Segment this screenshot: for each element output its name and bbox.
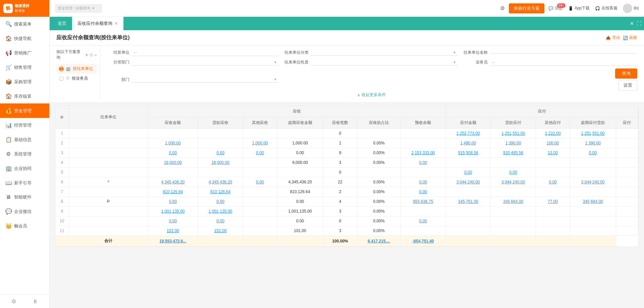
cell-ar-amount[interactable]: 1,000.00 <box>148 138 198 148</box>
filter-by-partner[interactable]: 🏢 按往来单位 <box>56 64 97 74</box>
sidebar-item-inventory[interactable]: 🏠 库存核算 <box>0 89 49 103</box>
tab-balance-query[interactable]: 应收应付余额查询 ✕ <box>72 17 123 30</box>
cell-ap-amount[interactable]: 915,508.56 <box>446 148 491 158</box>
sidebar-item-enterprise[interactable]: 🏢 企业协同 <box>0 161 49 176</box>
cell-ar-other[interactable]: 1,000.00 <box>243 138 277 148</box>
cell-ar-amount[interactable]: 4,345,436.20 <box>148 177 198 187</box>
cell-ar-amount[interactable]: 152.00 <box>148 226 198 236</box>
sidebar-collapse-btn[interactable]: ⏸ <box>33 299 38 305</box>
partner-nature-input[interactable]: ▼ <box>311 59 458 65</box>
cell-ap-overdue[interactable]: 1,390.00 <box>570 138 616 148</box>
cell-ar-loan[interactable]: 0.00 <box>198 197 243 207</box>
sidebar-item-sales[interactable]: 🛒 销售管理 <box>0 60 49 75</box>
footer-ar-total[interactable]: 19,553,472,6... <box>148 236 198 247</box>
cell-prepay[interactable]: 0.00 <box>400 158 445 168</box>
sidebar-settings-btn[interactable]: ⚙ <box>11 298 16 305</box>
cta-button[interactable]: 体验行业方案 <box>509 3 544 13</box>
cell-ar-loan[interactable]: 18,000.00 <box>198 158 243 168</box>
cell-ap-amount[interactable]: 345,761.00 <box>446 197 491 207</box>
cell-ap-other[interactable]: 100.00 <box>536 138 570 148</box>
settlement-unit-input[interactable]: ··· <box>131 49 279 56</box>
cell-prepay[interactable]: 2,153,333.00 <box>400 148 445 158</box>
query-button[interactable]: 查询 <box>615 69 637 79</box>
cell-ap-other[interactable]: 0.00 <box>536 177 570 187</box>
cell-ar-amount[interactable]: 0.00 <box>148 216 198 226</box>
sidebar-item-quick[interactable]: 🏠 快捷导航 <box>0 31 49 46</box>
cell-ap-other[interactable]: 77.00 <box>536 197 570 207</box>
service-action[interactable]: 🎧 在线客服 <box>595 5 618 11</box>
cell-prepay[interactable]: 655,636.75 <box>400 197 445 207</box>
cell-ap-amount[interactable]: 1,252,773.00 <box>446 129 491 138</box>
cell-ap-overdue[interactable]: 1,251,551.00 <box>570 129 616 138</box>
cell-ar-amount[interactable]: 0.00 <box>148 148 198 158</box>
cell-ar-loan[interactable]: 1,001,135.00 <box>198 207 243 216</box>
cell-prepay[interactable]: 0.00 <box>400 216 445 226</box>
add-filter-icon[interactable]: + <box>86 52 88 57</box>
user-info[interactable]: Rit <box>623 4 639 13</box>
cell-prepay[interactable]: 0.00 <box>400 177 445 187</box>
cell-ar-amount[interactable]: 810,126.64 <box>148 187 198 197</box>
cell-ap-loan[interactable]: 0.00 <box>491 168 536 177</box>
refresh-button[interactable]: 🔄 刷新 <box>623 35 637 41</box>
cell-ap-amount[interactable]: 3,044,240.00 <box>446 177 491 187</box>
salesman-input[interactable]: ··· <box>490 59 637 66</box>
settings-icon[interactable]: ⚙ <box>500 5 505 11</box>
cell-ar-other[interactable]: 0.00 <box>243 148 277 158</box>
sidebar-item-guide[interactable]: 📖 新手引导 <box>0 176 49 190</box>
sidebar-item-operation[interactable]: 📊 经营管理 <box>0 118 49 132</box>
sidebar-item-capital[interactable]: 💰 资金管理 <box>0 103 49 118</box>
dept-manage-input[interactable]: ▼ <box>131 59 279 65</box>
collapse-button[interactable]: ∧ 收起更多条件 <box>357 92 386 98</box>
cell-ar-other <box>243 197 277 207</box>
cell-ar-amount[interactable]: 18,000.00 <box>148 158 198 168</box>
footer-prepay[interactable]: 6,417,215.... <box>357 236 400 247</box>
inventory-icon: 🏠 <box>5 93 11 99</box>
cell-ap-loan[interactable]: 345,684.00 <box>491 197 536 207</box>
sidebar-item-search[interactable]: 🔍 搜索菜单 <box>0 17 49 31</box>
cell-ar-loan[interactable]: 0.00 <box>198 148 243 158</box>
cell-ar-loan[interactable]: 4,345,436.20 <box>198 177 243 187</box>
sidebar-item-basic[interactable]: 📋 基础信息 <box>0 132 49 147</box>
filter-by-salesman[interactable]: ⏱ 按业务员 <box>56 74 97 83</box>
sidebar-item-hardware[interactable]: 🖥 智能硬件 <box>0 190 49 204</box>
cell-ap-loan[interactable]: 915,495.56 <box>491 148 536 158</box>
cell-ar-loan[interactable]: 810,126.64 <box>198 187 243 197</box>
cell-ap-overdue[interactable]: 3,044,240.00 <box>570 177 616 187</box>
partner-category-input[interactable]: ▼ <box>311 50 458 56</box>
cell-ar-loan[interactable]: 152.00 <box>198 226 243 236</box>
cell-ap-other[interactable]: 1,222.00 <box>536 129 570 138</box>
sidebar-item-purchase[interactable]: 📦 采购管理 <box>0 75 49 89</box>
cell-prepay[interactable]: 0.00 <box>400 187 445 197</box>
cell-ap-amount[interactable]: 1,490.00 <box>446 138 491 148</box>
tab-expand-icon[interactable]: ⛶ <box>637 21 641 26</box>
breadcrumb-input-area[interactable]: 资金管理 / 余额查询 ▼ <box>55 4 102 13</box>
sidebar-item-wechat[interactable]: 💬 企业微信 <box>0 204 49 219</box>
export-button[interactable]: 📤 导出 <box>606 35 620 41</box>
tab-close-all-icon[interactable]: ✕ <box>630 21 634 26</box>
tab-home[interactable]: 首页 <box>52 17 72 30</box>
cell-ap-loan[interactable]: 1,251,551.00 <box>491 129 536 138</box>
app-download-action[interactable]: 📱 App下载 <box>568 5 590 11</box>
cell-ap-loan[interactable]: 3,044,240.00 <box>491 177 536 187</box>
sidebar-item-system[interactable]: ⚙ 系统管理 <box>0 147 49 161</box>
filter-settings-icon[interactable]: ⊙ <box>90 52 93 57</box>
tab-close-icon[interactable]: ✕ <box>114 21 118 26</box>
cell-ar-loan[interactable]: 0.00 <box>198 216 243 226</box>
th-settings[interactable]: ⚙ <box>55 106 69 129</box>
cell-ar-amount[interactable]: 1,001,135.00 <box>148 207 198 216</box>
message-action[interactable]: 💬 消息 99+ <box>548 5 563 11</box>
cell-ap-overdue[interactable]: 345,684.00 <box>570 197 616 207</box>
sidebar-item-marketing[interactable]: 📢 营销推广 <box>0 46 49 60</box>
cell-ap-overdue[interactable]: 0.00 <box>570 148 616 158</box>
partner-name-input[interactable] <box>490 51 637 54</box>
sidebar-item-member[interactable]: 👑 畅会员 <box>0 219 49 233</box>
cell-ap-loan[interactable]: 1,390.00 <box>491 138 536 148</box>
filter-collapse-icon[interactable]: « <box>95 52 97 57</box>
cell-ar-other[interactable]: 0.00 <box>243 177 277 187</box>
setting-button[interactable]: 设置 <box>619 80 637 91</box>
cell-ap-amount[interactable]: 0.00 <box>446 168 491 177</box>
footer-ap-total[interactable]: -654,751.40 <box>400 236 445 247</box>
cell-ap-other[interactable]: 13.00 <box>536 148 570 158</box>
cell-ar-amount[interactable]: 0.00 <box>148 197 198 207</box>
dept-input[interactable]: ▼ <box>131 77 279 83</box>
